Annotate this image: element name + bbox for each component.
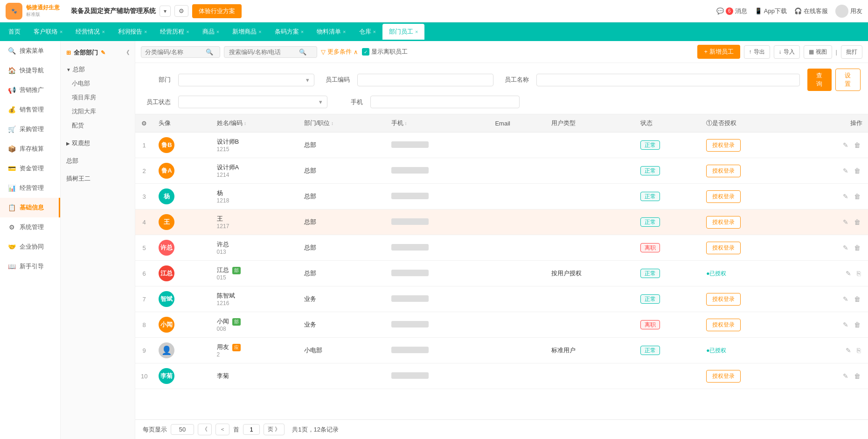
delete-button[interactable]: 🗑	[852, 371, 862, 381]
auth-button[interactable]: 授权登录	[706, 319, 741, 331]
nav-close-profit[interactable]: ×	[144, 29, 147, 35]
dept-search-input[interactable]	[145, 49, 206, 56]
sidebar-item-operation[interactable]: 📊 经营管理	[0, 178, 60, 198]
employee-name[interactable]: 李菊	[217, 372, 293, 380]
nav-add-goods[interactable]: 新增商品 ×	[226, 24, 268, 40]
nav-close-goods[interactable]: ×	[216, 29, 219, 35]
nav-profit[interactable]: 利润报告 ×	[111, 24, 153, 40]
emp-name-input[interactable]	[536, 74, 799, 86]
show-inactive-toggle[interactable]: ✓ 显示离职员工	[362, 48, 408, 56]
nav-close-business[interactable]: ×	[102, 29, 104, 35]
employee-name[interactable]: 小闻 部	[217, 317, 293, 326]
edit-button[interactable]: ✎	[844, 346, 853, 355]
print-button[interactable]: 批打	[841, 45, 862, 59]
delete-button[interactable]: 🗑	[852, 140, 862, 150]
edit-dept-icon[interactable]: ✎	[101, 49, 105, 56]
nav-close-barcode[interactable]: ×	[301, 29, 304, 35]
sec-item-xiaodian[interactable]: 小电部	[61, 77, 135, 91]
employee-name[interactable]: 设计师B	[217, 138, 293, 146]
nav-home[interactable]: 首页	[2, 24, 27, 40]
th-name-code[interactable]: 姓名/编码	[211, 114, 299, 132]
sidebar-item-finance[interactable]: 💳 资金管理	[0, 159, 60, 178]
nav-close-employees[interactable]: ×	[415, 29, 418, 35]
employee-name[interactable]: 许总	[217, 240, 293, 249]
emp-status-select[interactable]: ▾	[178, 96, 327, 108]
sec-group-zongbu-header[interactable]: 总部	[61, 154, 135, 168]
nav-goods[interactable]: 商品 ×	[196, 24, 226, 40]
th-phone[interactable]: 手机	[386, 114, 490, 132]
nav-customer[interactable]: 客户联络 ×	[27, 24, 69, 40]
online-service-item[interactable]: 🎧 在线客服	[794, 7, 828, 15]
page-size-value[interactable]: 50	[171, 424, 194, 435]
auth-button[interactable]: 授权登录	[706, 242, 741, 254]
delete-button[interactable]: 🗑	[852, 192, 862, 201]
auth-button[interactable]: 授权登录	[706, 216, 741, 229]
query-button[interactable]: 查询	[807, 69, 832, 91]
sidebar-item-inventory[interactable]: 📦 库存核算	[0, 139, 60, 159]
more-filter-btn[interactable]: ▽ 更多条件 ∧	[321, 48, 358, 56]
message-item[interactable]: 💬 6 消息	[716, 7, 747, 15]
add-employee-button[interactable]: + 新增员工	[697, 45, 740, 59]
export-button[interactable]: ↑ 导出	[744, 45, 770, 59]
set-button[interactable]: 设置	[835, 69, 861, 91]
view-button[interactable]: ▦ 视图	[804, 45, 832, 59]
user-item[interactable]: 用友	[835, 5, 862, 18]
edit-button[interactable]: ✎	[841, 320, 850, 329]
sidebar-item-sales[interactable]: 💰 销售管理	[0, 100, 60, 119]
sidebar-item-guide[interactable]: 📖 新手引导	[0, 257, 60, 276]
page-number-input[interactable]	[243, 424, 260, 435]
prev-page-button[interactable]: ＜	[215, 424, 229, 435]
copy-button[interactable]: ⎘	[855, 346, 862, 355]
employee-name[interactable]: 江总 部	[217, 266, 293, 274]
dept-filter-select[interactable]: ▾	[178, 74, 314, 86]
sec-group-headquarter-header[interactable]: ▼ 总部	[61, 63, 135, 77]
employee-name[interactable]: 陈智斌	[217, 292, 293, 300]
nav-close-customer[interactable]: ×	[60, 29, 62, 35]
first-page-button[interactable]: 《	[198, 424, 212, 435]
phone-input[interactable]	[370, 96, 520, 108]
auth-button[interactable]: 授权登录	[706, 190, 741, 203]
employee-search-box[interactable]: 🔍	[224, 46, 317, 58]
edit-button[interactable]: ✎	[841, 243, 850, 252]
gear-button[interactable]: ⚙	[174, 5, 188, 17]
trial-button[interactable]: 体验行业方案	[192, 4, 242, 18]
collapse-button[interactable]: 《	[124, 49, 129, 57]
auth-button[interactable]: 授权登录	[706, 139, 741, 152]
sidebar-item-basic[interactable]: 📋 基础信息	[0, 198, 60, 217]
employee-name[interactable]: 杨	[217, 189, 293, 197]
sec-group-chashuwang-header[interactable]: 插树王二	[61, 172, 135, 186]
employee-name[interactable]: 用友 应	[217, 343, 293, 351]
sec-item-shenyang[interactable]: 沈阳大库	[61, 105, 135, 118]
nav-close-history[interactable]: ×	[186, 29, 189, 35]
edit-button[interactable]: ✎	[841, 140, 850, 150]
sidebar-item-system[interactable]: ⚙ 系统管理	[0, 217, 60, 237]
sec-item-distribution[interactable]: 配货	[61, 118, 135, 132]
sec-group-shuanglu-header[interactable]: ▶ 双鹿想	[61, 136, 135, 150]
sidebar-item-quicknav[interactable]: 🏠 快捷导航	[0, 61, 60, 80]
import-button[interactable]: ↓ 导入	[774, 45, 800, 59]
nav-close-add-goods[interactable]: ×	[258, 29, 261, 35]
delete-button[interactable]: 🗑	[852, 243, 862, 252]
auth-button[interactable]: 授权登录	[706, 293, 741, 306]
system-dropdown-btn[interactable]: ▾	[160, 6, 171, 17]
sidebar-item-search[interactable]: 🔍 搜索菜单	[0, 41, 60, 61]
employee-name[interactable]: 设计师A	[217, 163, 293, 172]
delete-button[interactable]: 🗑	[852, 294, 862, 304]
next-page-button[interactable]: 页 》	[264, 424, 285, 435]
employee-search-input[interactable]	[229, 49, 299, 56]
sec-item-project[interactable]: 项目库房	[61, 91, 135, 105]
nav-business[interactable]: 经营情况 ×	[69, 24, 111, 40]
auth-button[interactable]: 授权登录	[706, 165, 741, 177]
nav-close-bom[interactable]: ×	[343, 29, 346, 35]
sidebar-item-collab[interactable]: 🤝 企业协同	[0, 237, 60, 257]
edit-button[interactable]: ✎	[841, 294, 850, 304]
sidebar-item-marketing[interactable]: 📢 营销推广	[0, 80, 60, 100]
edit-button[interactable]: ✎	[841, 371, 850, 381]
employee-name[interactable]: 王	[217, 215, 293, 223]
nav-employees[interactable]: 部门员工 ×	[382, 24, 424, 40]
th-dept-position[interactable]: 部门/职位	[299, 114, 386, 132]
nav-warehouse[interactable]: 仓库 ×	[353, 24, 382, 40]
edit-button[interactable]: ✎	[844, 269, 853, 278]
delete-button[interactable]: 🗑	[852, 217, 862, 227]
nav-history[interactable]: 经营历程 ×	[153, 24, 195, 40]
